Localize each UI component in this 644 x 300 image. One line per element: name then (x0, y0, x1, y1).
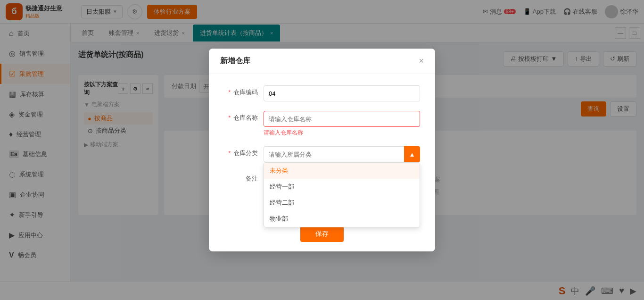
category-option-op1[interactable]: 经营一部 (264, 179, 420, 195)
category-dropdown-list: 未分类 经营一部 经营二部 物业部 (264, 162, 420, 227)
chevron-up-icon: ▲ (409, 151, 415, 158)
modal-footer: 保存 (209, 226, 435, 242)
name-input-wrap: 请输入仓库名称 (264, 111, 420, 137)
modal-body: * 仓库编码 * 仓库名称 请输入仓库名称 (209, 74, 435, 222)
required-star3: * (228, 150, 231, 157)
code-label: * 仓库编码 (224, 85, 258, 97)
category-option-op3[interactable]: 物业部 (264, 211, 420, 227)
modal-overlay: 新增仓库 × * 仓库编码 * 仓库名称 (0, 0, 644, 300)
code-input-wrap (264, 85, 420, 101)
code-input[interactable] (264, 85, 420, 101)
save-button[interactable]: 保存 (300, 226, 344, 242)
category-label: * 仓库分类 (224, 146, 258, 158)
name-input[interactable] (264, 111, 420, 127)
modal-header: 新增仓库 × (209, 49, 435, 74)
new-warehouse-modal: 新增仓库 × * 仓库编码 * 仓库名称 (209, 49, 435, 251)
category-option-none[interactable]: 未分类 (264, 163, 420, 179)
code-field-row: * 仓库编码 (224, 85, 420, 101)
required-star: * (228, 89, 231, 96)
category-option-op2[interactable]: 经营二部 (264, 195, 420, 211)
category-input-wrap: ▲ 未分类 经营一部 经营二部 物业部 (264, 146, 420, 162)
category-dropdown-button[interactable]: ▲ (404, 146, 420, 162)
modal-title: 新增仓库 (220, 56, 250, 66)
name-label: * 仓库名称 (224, 111, 258, 122)
remark-label: 备注 (224, 172, 258, 183)
required-star2: * (228, 114, 231, 121)
category-input[interactable] (264, 146, 420, 162)
name-field-row: * 仓库名称 请输入仓库名称 (224, 111, 420, 137)
modal-close-button[interactable]: × (419, 56, 424, 66)
category-field-row: * 仓库分类 ▲ 未分类 经营一部 经营二部 物业部 (224, 146, 420, 162)
name-error-msg: 请输入仓库名称 (264, 129, 420, 137)
